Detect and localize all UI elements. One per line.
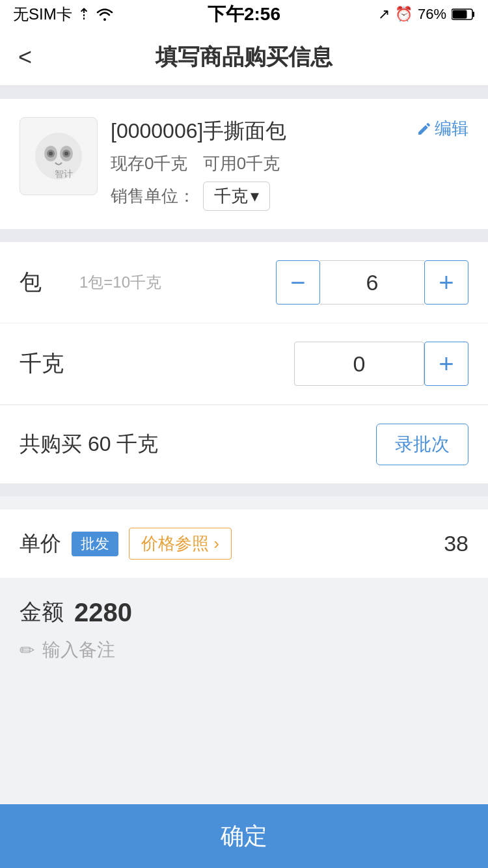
battery-icon (452, 8, 475, 21)
bag-increment-button[interactable]: + (424, 260, 468, 305)
product-stock-info: 现存0千克 可用0千克 (111, 152, 468, 175)
kg-qty-control: + (294, 342, 468, 386)
input-section: 包 1包=10千克 − + 千克 + 共购买 60 千克 录批次 (0, 242, 488, 483)
svg-point-9 (64, 152, 68, 156)
price-value: 38 (444, 531, 468, 556)
unit-value: 千克 (214, 185, 248, 208)
status-right: ↗ ⏰ 76% (378, 6, 475, 23)
kg-input-row: 千克 + (0, 323, 488, 405)
remark-row[interactable]: ✏ 输入备注 (20, 638, 468, 662)
product-thumbnail: 智计 (20, 117, 98, 195)
product-card: 智计 [0000006]手撕面包 编辑 现存0千克 可用0千克 销售单位： 千克… (0, 99, 488, 229)
kg-increment-button[interactable]: + (424, 342, 468, 386)
confirm-button[interactable]: 确定 (0, 804, 488, 868)
bag-label: 包 (20, 267, 72, 297)
summary-text: 共购买 60 千克 (20, 430, 158, 459)
bag-qty-control: − + (276, 260, 468, 305)
lower-divider (0, 483, 488, 496)
unit-label: 销售单位： (111, 185, 195, 208)
wifi-signal-icon (96, 7, 114, 22)
amount-value: 2280 (74, 598, 132, 627)
status-left: 无SIM卡 ⇡ (13, 4, 114, 25)
bag-input-row: 包 1包=10千克 − + (0, 242, 488, 323)
stock-text: 现存0千克 (111, 154, 187, 173)
product-name: [0000006]手撕面包 (111, 117, 286, 146)
product-header-row: [0000006]手撕面包 编辑 (111, 117, 468, 152)
bag-quantity-input[interactable] (320, 260, 424, 305)
svg-rect-2 (453, 10, 467, 19)
battery-text: 76% (418, 6, 446, 23)
edit-icon (416, 121, 432, 137)
price-reference-button[interactable]: 价格参照 › (129, 528, 232, 560)
product-info: [0000006]手撕面包 编辑 现存0千克 可用0千克 销售单位： 千克 ▾ (111, 117, 468, 211)
status-bar: 无SIM卡 ⇡ 下午2:56 ↗ ⏰ 76% (0, 0, 488, 29)
product-unit-row: 销售单位： 千克 ▾ (111, 182, 468, 211)
edit-button[interactable]: 编辑 (416, 117, 468, 140)
page-title: 填写商品购买信息 (156, 42, 332, 72)
nav-bar: < 填写商品购买信息 (0, 29, 488, 86)
price-tag: 批发 (72, 532, 118, 556)
svg-text:智计: 智计 (55, 169, 73, 179)
kg-label: 千克 (20, 349, 72, 379)
kg-quantity-input[interactable] (294, 342, 424, 386)
unit-select[interactable]: 千克 ▾ (203, 182, 270, 211)
remark-placeholder: 输入备注 (42, 638, 115, 662)
edit-label: 编辑 (435, 117, 468, 140)
svg-rect-1 (472, 12, 474, 17)
price-label: 单价 (20, 530, 61, 558)
amount-section: 金额 2280 ✏ 输入备注 (0, 578, 488, 675)
mid-divider (0, 229, 488, 242)
alarm-icon: ⏰ (395, 6, 413, 23)
price-row: 单价 批发 价格参照 › 38 (20, 528, 468, 560)
bag-hint: 1包=10千克 (79, 272, 276, 293)
pencil-icon: ✏ (20, 640, 34, 661)
bag-decrement-button[interactable]: − (276, 260, 320, 305)
wifi-icon: ⇡ (77, 5, 90, 23)
product-owl-logo: 智计 (33, 130, 85, 182)
dropdown-arrow-icon: ▾ (251, 186, 259, 206)
price-section: 单价 批发 价格参照 › 38 (0, 509, 488, 578)
amount-row: 金额 2280 (20, 597, 468, 627)
available-text: 可用0千克 (203, 154, 280, 173)
svg-point-8 (49, 152, 53, 156)
top-divider (0, 86, 488, 99)
carrier-text: 无SIM卡 (13, 4, 72, 25)
location-icon: ↗ (378, 6, 390, 23)
back-button[interactable]: < (18, 44, 32, 71)
batch-button[interactable]: 录批次 (376, 424, 468, 465)
summary-row: 共购买 60 千克 录批次 (0, 405, 488, 483)
amount-label: 金额 (20, 597, 64, 627)
status-time: 下午2:56 (208, 2, 280, 27)
